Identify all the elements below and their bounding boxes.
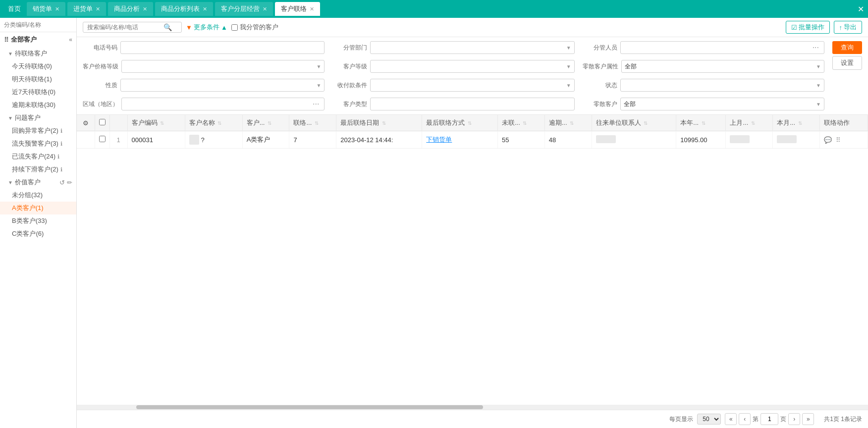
page-first-button[interactable]: « — [725, 413, 737, 425]
th-gear[interactable]: ⚙ — [77, 115, 95, 131]
sort-name-icon[interactable]: ⇅ — [217, 120, 221, 126]
page-number-input[interactable] — [760, 413, 778, 425]
tab-purchase[interactable]: 进货单 ✕ — [67, 2, 106, 16]
sidebar-item-a-class[interactable]: A类客户(1) — [0, 202, 76, 214]
info-icon: ℹ — [60, 128, 62, 134]
close-customer-contact-tab[interactable]: ✕ — [310, 6, 314, 12]
sidebar-collapse-button[interactable]: « — [69, 36, 72, 43]
filter-search-icon[interactable]: 🔍 — [163, 23, 172, 31]
sidebar-item-c-class[interactable]: C类客户(6) — [0, 227, 76, 240]
edit-icon[interactable]: ✏ — [67, 179, 72, 186]
tab-sales[interactable]: 销货单 ✕ — [27, 2, 65, 16]
row-checkbox[interactable] — [99, 136, 106, 142]
sidebar-search-input[interactable] — [4, 21, 77, 28]
export-button[interactable]: ↑ 导出 — [834, 21, 863, 34]
settings-button[interactable]: 设置 — [832, 56, 862, 70]
close-product-analysis-tab[interactable]: ✕ — [143, 6, 147, 12]
select-all-checkbox[interactable] — [99, 119, 106, 125]
tab-customer-contact[interactable]: 客户联络 ✕ — [275, 2, 320, 16]
filter-nature-select[interactable]: ▼ — [120, 79, 325, 92]
horizontal-scrollbar[interactable] — [77, 405, 868, 410]
tab-product-analysis-list[interactable]: 商品分析列表 ✕ — [155, 2, 213, 16]
batch-operation-button[interactable]: ☑ 批量操作 — [786, 21, 830, 34]
sort-contact-icon[interactable]: ⇅ — [315, 120, 319, 126]
sort-this-month-icon[interactable]: ⇅ — [798, 120, 802, 126]
td-check — [95, 131, 109, 149]
scrollbar-thumb[interactable] — [136, 405, 483, 409]
region-dots-icon[interactable]: ··· — [311, 100, 321, 108]
filter-customer-type-input[interactable] — [370, 98, 574, 110]
sidebar-item-unclassified[interactable]: 未分组(32) — [0, 189, 76, 202]
sort-no-contact-icon[interactable]: ⇅ — [523, 120, 527, 126]
sidebar-item-tomorrow[interactable]: 明天待联络(1) — [0, 73, 76, 86]
customer-table: ⚙ 客户编码 ⇅ 客户名称 ⇅ — [77, 115, 868, 149]
sidebar-item-overdue[interactable]: 逾期未联络(30) — [0, 99, 76, 111]
filter-person-select[interactable]: ··· — [620, 41, 824, 54]
refresh-icon[interactable]: ↺ — [59, 179, 65, 186]
filter-region-select[interactable]: ··· — [121, 98, 325, 110]
tab-customer-segment[interactable]: 客户分层经营 ✕ — [215, 2, 273, 16]
bottom-bar: 每页显示 50 « ‹ 第 页 › » 共1页 1条记录 — [77, 410, 868, 428]
qr-icon[interactable]: ⠿ — [836, 136, 841, 144]
more-filters-button[interactable]: ▼ 更多条件 ▲ — [186, 23, 227, 32]
sidebar-group-value[interactable]: ▼ 价值客户 ↺ ✏ — [0, 176, 76, 189]
filter-department-select[interactable]: ▼ — [370, 41, 574, 54]
per-page-select[interactable]: 50 — [697, 414, 721, 425]
sort-company-icon[interactable]: ⇅ — [644, 120, 648, 126]
filter-bar-right: ☑ 批量操作 ↑ 导出 — [786, 21, 863, 34]
page-prev-button[interactable]: ‹ — [739, 413, 751, 425]
sidebar-all-customers[interactable]: ⠿ 全部客户 « — [0, 32, 76, 47]
grid-dots-icon: ⠿ — [4, 36, 9, 44]
sort-overdue-icon[interactable]: ⇅ — [570, 120, 574, 126]
gear-settings-icon[interactable]: ⚙ — [83, 119, 89, 127]
sort-method-icon[interactable]: ⇅ — [468, 120, 472, 126]
sidebar-item-churned[interactable]: 已流失客户(24) ℹ — [0, 150, 76, 163]
filter-scatter-attr-select[interactable]: 全部 ▼ — [621, 60, 824, 73]
my-customers-checkbox[interactable] — [231, 24, 238, 31]
filter-search-input[interactable] — [87, 24, 162, 31]
last-method-link[interactable]: 下销货单 — [426, 136, 452, 143]
close-sales-tab[interactable]: ✕ — [55, 6, 59, 12]
sidebar-group-problem[interactable]: ▼ 问题客户 — [0, 111, 76, 124]
sort-date-icon[interactable]: ⇅ — [382, 120, 386, 126]
td-company-contact — [592, 131, 676, 149]
page-next-button[interactable]: › — [788, 413, 800, 425]
chevron-down-icon-scatter: ▼ — [816, 64, 821, 69]
sidebar-item-b-class[interactable]: B类客户(33) — [0, 214, 76, 227]
sidebar-item-churn-warning[interactable]: 流失预警客户(3) ℹ — [0, 137, 76, 150]
chevron-up-icon: ▲ — [221, 24, 227, 31]
sidebar-item-abnormal-repurchase[interactable]: 回购异常客户(2) ℹ — [0, 124, 76, 137]
sidebar-item-today[interactable]: 今天待联络(0) — [0, 60, 76, 73]
close-customer-segment-tab[interactable]: ✕ — [263, 6, 267, 12]
filter-payment-select[interactable]: ▼ — [370, 79, 574, 92]
filter-status-select[interactable]: ▼ — [620, 79, 824, 92]
filter-scatter-select[interactable]: 全部 ▼ — [620, 98, 824, 110]
pagination: « ‹ 第 页 › » — [725, 413, 814, 425]
query-button[interactable]: 查询 — [832, 41, 862, 54]
dots-icon[interactable]: ··· — [811, 43, 821, 52]
sidebar-item-7days[interactable]: 近7天待联络(0) — [0, 86, 76, 99]
tab-product-analysis[interactable]: 商品分析 ✕ — [108, 2, 153, 16]
chevron-down-icon-nature: ▼ — [316, 83, 321, 88]
filter-customer-level-select[interactable]: ▼ — [370, 60, 574, 73]
th-category: 客户... ⇅ — [242, 115, 289, 131]
customer-avatar — [189, 135, 199, 145]
filter-price-level-select[interactable]: ▼ — [121, 60, 325, 73]
sort-year-icon[interactable]: ⇅ — [702, 120, 705, 126]
chevron-down-icon-price: ▼ — [316, 64, 321, 69]
sidebar-group-pending[interactable]: ▼ 待联络客户 — [0, 47, 76, 60]
filter-phone-input[interactable] — [120, 41, 325, 54]
close-purchase-tab[interactable]: ✕ — [96, 6, 100, 12]
my-customers-checkbox-group: 我分管的客户 — [231, 23, 278, 32]
chat-icon[interactable]: 💬 — [824, 136, 832, 144]
sort-code-icon[interactable]: ⇅ — [160, 120, 164, 126]
page-last-button[interactable]: » — [802, 413, 814, 425]
sort-last-month-icon[interactable]: ⇅ — [751, 120, 755, 126]
td-action: 💬 ⠿ — [819, 131, 868, 149]
td-overdue: 48 — [544, 131, 592, 149]
sidebar-item-declining[interactable]: 持续下滑客户(2) ℹ — [0, 163, 76, 176]
close-product-analysis-list-tab[interactable]: ✕ — [203, 6, 207, 12]
window-close-button[interactable]: ✕ — [858, 4, 864, 14]
sort-category-icon[interactable]: ⇅ — [268, 120, 271, 126]
home-tab[interactable]: 首页 — [4, 4, 25, 13]
